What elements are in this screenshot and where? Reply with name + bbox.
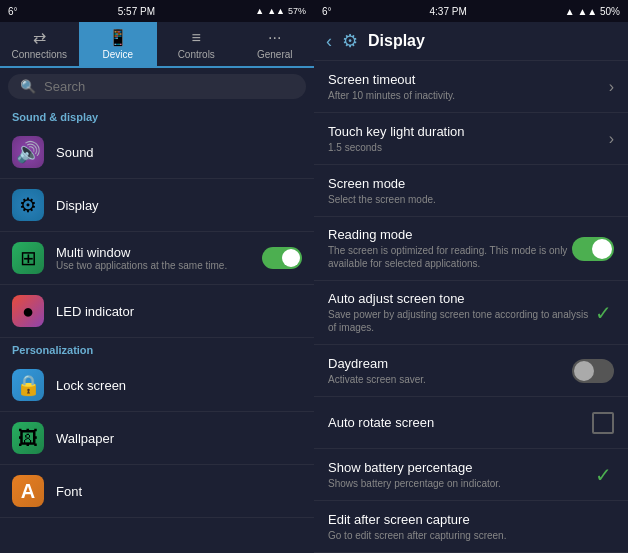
menu-item-font[interactable]: A Font [0, 465, 314, 518]
auto-adjust-checkbox[interactable]: ✓ [592, 302, 614, 324]
setting-edit-after-capture[interactable]: Edit after screen capture Go to edit scr… [314, 501, 628, 553]
multiwindow-toggle[interactable] [262, 247, 302, 269]
screen-mode-title: Screen mode [328, 176, 614, 191]
status-right-left-info: 6° [322, 6, 332, 17]
tab-controls[interactable]: ≡ Controls [157, 22, 236, 66]
screen-mode-subtitle: Select the screen mode. [328, 193, 614, 206]
setting-battery-percentage[interactable]: Show battery percentage Shows battery pe… [314, 449, 628, 501]
battery-percentage-title: Show battery percentage [328, 460, 592, 475]
multiwindow-title: Multi window [56, 245, 250, 260]
daydream-toggle[interactable] [572, 359, 614, 383]
reading-mode-text: Reading mode The screen is optimized for… [328, 227, 572, 270]
reading-mode-subtitle: The screen is optimized for reading. Thi… [328, 244, 572, 270]
tab-connections[interactable]: ⇄ Connections [0, 22, 79, 66]
edit-after-capture-subtitle: Go to edit screen after capturing screen… [328, 529, 614, 542]
screen-timeout-subtitle: After 10 minutes of inactivity. [328, 89, 601, 102]
menu-item-led[interactable]: ● LED indicator [0, 285, 314, 338]
wallpaper-text: Wallpaper [56, 431, 302, 446]
display-title: Display [56, 198, 302, 213]
setting-screen-timeout[interactable]: Screen timeout After 10 minutes of inact… [314, 61, 628, 113]
sound-title: Sound [56, 145, 302, 160]
tab-general[interactable]: ··· General [236, 22, 315, 66]
daydream-text: Daydream Activate screen saver. [328, 356, 572, 386]
display-title-header: Display [368, 32, 425, 50]
status-right-icons-right: ▲ ▲▲ 50% [565, 6, 620, 17]
general-icon: ··· [268, 29, 281, 47]
font-text: Font [56, 484, 302, 499]
section-sound-display: Sound & display [0, 105, 314, 126]
display-icon: ⚙ [12, 189, 44, 221]
battery-percentage-checkbox[interactable]: ✓ [592, 464, 614, 486]
reading-mode-toggle[interactable] [572, 237, 614, 261]
wifi-icon: ▲ [255, 6, 264, 16]
led-text: LED indicator [56, 304, 302, 319]
battery-left: 57% [288, 6, 306, 16]
right-panel: 6° 4:37 PM ▲ ▲▲ 50% ‹ ⚙ Display Screen t… [314, 0, 628, 553]
controls-icon: ≡ [192, 29, 201, 47]
signal-icon-right: ▲▲ [577, 6, 597, 17]
display-gear-icon: ⚙ [342, 30, 358, 52]
wallpaper-icon: 🖼 [12, 422, 44, 454]
temperature-right: 6° [322, 6, 332, 17]
auto-rotate-text: Auto rotate screen [328, 415, 592, 430]
auto-rotate-checkbox[interactable] [592, 412, 614, 434]
multiwindow-text: Multi window Use two applications at the… [56, 245, 250, 271]
battery-percentage-text: Show battery percentage Shows battery pe… [328, 460, 592, 490]
edit-after-capture-title: Edit after screen capture [328, 512, 614, 527]
tab-device[interactable]: 📱 Device [79, 22, 158, 66]
setting-touch-key-light[interactable]: Touch key light duration 1.5 seconds › [314, 113, 628, 165]
search-input[interactable] [44, 79, 294, 94]
auto-adjust-subtitle: Save power by adjusting screen tone acco… [328, 308, 592, 334]
status-left-info: 6° [8, 6, 18, 17]
battery-right: 50% [600, 6, 620, 17]
lockscreen-text: Lock screen [56, 378, 302, 393]
lockscreen-icon: 🔒 [12, 369, 44, 401]
daydream-subtitle: Activate screen saver. [328, 373, 572, 386]
display-text: Display [56, 198, 302, 213]
nav-tabs: ⇄ Connections 📱 Device ≡ Controls ··· Ge… [0, 22, 314, 68]
temperature-left: 6° [8, 6, 18, 17]
tab-device-label: Device [102, 49, 133, 60]
touch-key-arrow: › [609, 130, 614, 148]
touch-key-title: Touch key light duration [328, 124, 601, 139]
tab-general-label: General [257, 49, 293, 60]
menu-item-display[interactable]: ⚙ Display [0, 179, 314, 232]
font-icon: A [12, 475, 44, 507]
sound-icon: 🔊 [12, 136, 44, 168]
auto-rotate-title: Auto rotate screen [328, 415, 592, 430]
setting-reading-mode[interactable]: Reading mode The screen is optimized for… [314, 217, 628, 281]
daydream-title: Daydream [328, 356, 572, 371]
tab-controls-label: Controls [178, 49, 215, 60]
menu-item-lockscreen[interactable]: 🔒 Lock screen [0, 359, 314, 412]
menu-item-multiwindow[interactable]: ⊞ Multi window Use two applications at t… [0, 232, 314, 285]
menu-item-sound[interactable]: 🔊 Sound [0, 126, 314, 179]
status-bar-left: 6° 5:57 PM ▲ ▲▲ 57% [0, 0, 314, 22]
back-button[interactable]: ‹ [326, 31, 332, 52]
led-title: LED indicator [56, 304, 302, 319]
screen-mode-text: Screen mode Select the screen mode. [328, 176, 614, 206]
tab-connections-label: Connections [11, 49, 67, 60]
status-bar-right: 6° 4:37 PM ▲ ▲▲ 50% [314, 0, 628, 22]
time-right: 4:37 PM [430, 6, 467, 17]
screen-timeout-text: Screen timeout After 10 minutes of inact… [328, 72, 601, 102]
reading-mode-title: Reading mode [328, 227, 572, 242]
touch-key-text: Touch key light duration 1.5 seconds [328, 124, 601, 154]
status-right-icons-left: ▲ ▲▲ 57% [255, 6, 306, 16]
time-left: 5:57 PM [118, 6, 155, 17]
connections-icon: ⇄ [33, 28, 46, 47]
wallpaper-title: Wallpaper [56, 431, 302, 446]
setting-auto-adjust[interactable]: Auto adjust screen tone Save power by ad… [314, 281, 628, 345]
touch-key-subtitle: 1.5 seconds [328, 141, 601, 154]
screen-timeout-title: Screen timeout [328, 72, 601, 87]
search-bar[interactable]: 🔍 [8, 74, 306, 99]
device-icon: 📱 [108, 28, 128, 47]
search-icon: 🔍 [20, 79, 36, 94]
setting-screen-mode[interactable]: Screen mode Select the screen mode. [314, 165, 628, 217]
setting-daydream[interactable]: Daydream Activate screen saver. [314, 345, 628, 397]
display-header: ‹ ⚙ Display [314, 22, 628, 61]
auto-adjust-text: Auto adjust screen tone Save power by ad… [328, 291, 592, 334]
left-panel: 6° 5:57 PM ▲ ▲▲ 57% ⇄ Connections 📱 Devi… [0, 0, 314, 553]
menu-item-wallpaper[interactable]: 🖼 Wallpaper [0, 412, 314, 465]
wifi-icon-right: ▲ [565, 6, 575, 17]
setting-auto-rotate[interactable]: Auto rotate screen [314, 397, 628, 449]
